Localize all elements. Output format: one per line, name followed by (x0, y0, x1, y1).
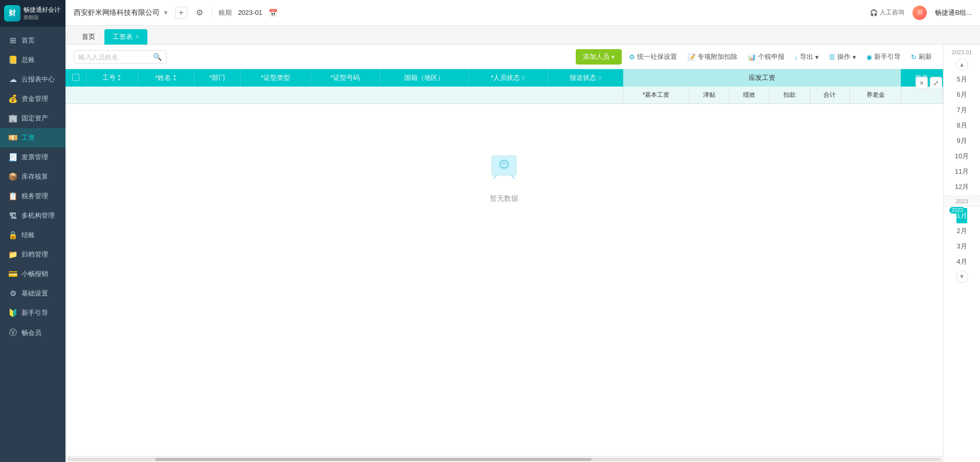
sidebar-label-tax: 税务管理 (21, 192, 48, 201)
search-icon: 🔍 (153, 53, 162, 61)
social-security-button[interactable]: ⚙ 统一社保设置 (626, 50, 680, 64)
horizontal-scrollbar[interactable] (66, 456, 943, 462)
header-id-type: *证型类型 (241, 69, 310, 87)
panel-expand-button[interactable]: ⤢ (930, 77, 942, 89)
service-button[interactable]: 🎧 人工咨询 (870, 8, 904, 17)
home-icon: ⊞ (8, 36, 17, 45)
sidebar-item-home[interactable]: ⊞ 首页 (0, 31, 66, 50)
month-item[interactable]: 1月2023 (956, 208, 967, 223)
select-all-checkbox[interactable] (72, 74, 79, 81)
report-filter-icon[interactable]: ▽ (598, 75, 602, 81)
settings-icon: ⚙ (8, 289, 17, 298)
month-item[interactable]: 5月 (955, 72, 969, 87)
sidebar-item-archive[interactable]: 📁 归档管理 (0, 245, 66, 264)
tab-salary-table[interactable]: 工资表 × (104, 29, 147, 45)
svg-line-6 (494, 176, 496, 178)
sub-header-base: *基本工资 (623, 87, 689, 104)
header-salary-group: 应发工资 (623, 69, 901, 87)
search-wrap: 🔍 (74, 50, 166, 64)
tab-home-label: 首页 (82, 32, 95, 41)
export-button[interactable]: ↓ 导出 ▾ (792, 50, 822, 64)
sidebar-item-fund[interactable]: 💰 资金管理 (0, 89, 66, 109)
scrollbar-thumb[interactable] (155, 458, 592, 461)
month-picker-panel: 2023.01 ▲ 5月6月7月8月9月10月11月12月 2023 1月202… (943, 45, 980, 462)
tab-home[interactable]: 首页 (74, 29, 103, 45)
sidebar-nav: ⊞ 首页 📒 总账 ☁ 云报表中心 💰 资金管理 🏢 固定资产 💴 工资 🧾 发… (0, 27, 66, 462)
sub-header-pension: 养老金 (850, 87, 901, 104)
sidebar-label-assets: 固定资产 (21, 114, 48, 123)
sidebar-item-tax[interactable]: 📋 税务管理 (0, 186, 66, 206)
operations-button[interactable]: ☰ 操作 ▾ (826, 50, 859, 64)
search-input[interactable] (78, 53, 150, 61)
add-person-button[interactable]: 添加人员 ▾ (576, 49, 622, 65)
logo-text: 畅捷通好会计 (24, 6, 60, 14)
header-dept: *部门 (194, 69, 241, 87)
sidebar-item-multi-org[interactable]: 🏗 多机构管理 (0, 206, 66, 225)
personal-tax-button[interactable]: 📊 个税申报 (745, 50, 788, 64)
sidebar-item-fixed-assets[interactable]: 🏢 固定资产 (0, 109, 66, 128)
sidebar-item-settings[interactable]: ⚙ 基础设置 (0, 284, 66, 303)
invoice-icon: 🧾 (8, 153, 17, 162)
month-item[interactable]: 7月 (955, 102, 969, 118)
sidebar-label-fund: 资金管理 (21, 94, 48, 103)
toolbar-right: 添加人员 ▾ ⚙ 统一社保设置 📝 专项附加扣除 📊 个税申报 (576, 49, 935, 65)
add-person-label: 添加人员 (583, 52, 609, 61)
refresh-button[interactable]: ↻ 刷新 (908, 50, 935, 64)
sidebar-item-vip[interactable]: Ⓥ 畅会员 (0, 323, 66, 343)
sidebar-item-guide[interactable]: 🔰 新手引导 (0, 303, 66, 323)
month-item[interactable]: 3月 (956, 239, 967, 254)
export-dropdown-arrow: ▾ (815, 53, 819, 61)
add-company-button[interactable]: + (175, 7, 187, 19)
special-deduction-button[interactable]: 📝 专项附加扣除 (684, 50, 741, 64)
headset-icon: 🎧 (870, 9, 878, 16)
tab-close-icon[interactable]: × (136, 33, 139, 40)
header-country: 国籍（地区） (380, 69, 469, 87)
social-security-label: 统一社保设置 (637, 52, 677, 61)
sidebar-item-cloud-report[interactable]: ☁ 云报表中心 (0, 70, 66, 89)
month-item[interactable]: 6月 (955, 87, 969, 102)
month-item[interactable]: 12月 (955, 179, 969, 195)
svg-point-4 (502, 163, 504, 165)
sidebar-item-inventory[interactable]: 📦 库存核算 (0, 167, 66, 186)
company-name: 西安虾米网络科技有限公司 (74, 8, 160, 17)
sidebar-item-expense[interactable]: 💳 小畅报销 (0, 264, 66, 284)
user-avatar: 用 (912, 6, 927, 20)
org-icon: 🏗 (8, 212, 17, 220)
sub-header-performance: 绩效 (729, 87, 770, 104)
month-prev-button[interactable]: ▲ (956, 58, 968, 71)
period-display: 2023.01 (952, 47, 972, 57)
operations-icon: ☰ (829, 53, 835, 61)
sidebar-label-ledger: 总账 (21, 55, 35, 65)
service-label: 人工咨询 (880, 8, 904, 17)
table-header-row: 工号 ▲▼ *姓名 ▲▼ *部门 *证型类型 (66, 69, 943, 87)
company-settings-button[interactable]: ⚙ (193, 7, 206, 19)
year-badge-2023: 2023 (944, 196, 980, 207)
month-item[interactable]: 8月 (955, 118, 969, 133)
assets-icon: 🏢 (8, 114, 17, 123)
month-item[interactable]: 11月 (955, 164, 969, 179)
curr-year-months: 1月20232月3月4月 (956, 208, 967, 269)
operations-dropdown-arrow: ▾ (853, 53, 856, 61)
month-item[interactable]: 4月 (956, 254, 967, 269)
calendar-icon[interactable]: 📅 (269, 9, 277, 17)
month-item[interactable]: 10月 (955, 149, 969, 164)
header-number: 工号 ▲▼ (86, 69, 138, 87)
sidebar-item-invoice[interactable]: 🧾 发票管理 (0, 148, 66, 167)
company-selector[interactable]: 西安虾米网络科技有限公司 ▼ (74, 8, 169, 17)
month-item[interactable]: 9月 (955, 133, 969, 149)
cloud-icon: ☁ (8, 75, 17, 84)
month-next-button[interactable]: ▼ (956, 270, 968, 283)
guide-button[interactable]: ◉ 新手引导 (863, 50, 904, 64)
guide-action-icon: ◉ (866, 53, 872, 61)
header-name: *姓名 ▲▼ (138, 69, 194, 87)
month-item[interactable]: 2月 (956, 223, 967, 239)
sidebar-item-close[interactable]: 🔒 结账 (0, 225, 66, 245)
header-id-number: *证型号码 (310, 69, 380, 87)
status-filter-icon[interactable]: ▽ (521, 75, 526, 81)
panel-close-button[interactable]: × (916, 77, 928, 89)
sidebar-label-guide: 新手引导 (21, 308, 48, 318)
tax-icon: 📋 (8, 192, 17, 201)
empty-text: 暂无数据 (490, 194, 518, 203)
sidebar-item-salary[interactable]: 💴 工资 (0, 128, 66, 148)
sidebar-item-ledger[interactable]: 📒 总账 (0, 50, 66, 70)
